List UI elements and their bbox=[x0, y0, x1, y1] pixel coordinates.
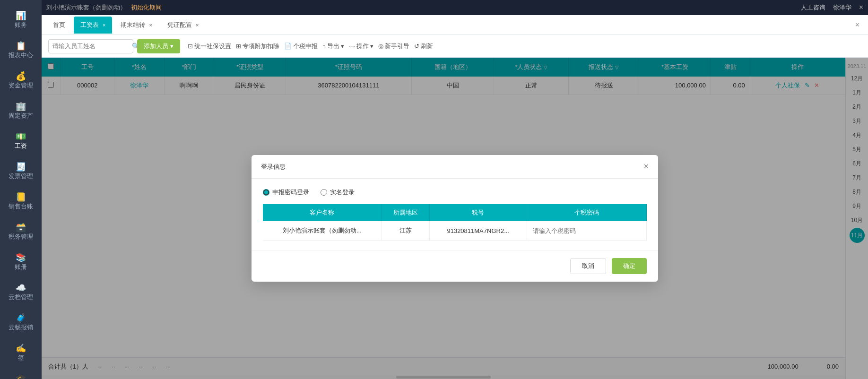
tax-report-btn[interactable]: 📄 个税申报 bbox=[284, 42, 318, 51]
tab-period-closing[interactable]: 期末结转 × bbox=[114, 17, 158, 34]
status-badge: 初始化期间 bbox=[131, 3, 162, 12]
toolbar: 🔍 添加人员 ▾ ⊡ 统一社保设置 ⊞ 专项附加扣除 📄 个税申报 ↑ 导出 ▾ bbox=[42, 35, 868, 58]
add-dropdown-icon: ▾ bbox=[170, 43, 174, 50]
topbar-left: 刘小艳演示账套（勿删勿动） 初始化期间 bbox=[46, 3, 162, 12]
topbar-right: 人工咨询 徐泽华 × bbox=[801, 3, 863, 12]
tabbar: 首页 工资表 × 期末结转 × 凭证配置 × × bbox=[42, 15, 868, 35]
modal-cancel-button[interactable]: 取消 bbox=[570, 258, 606, 274]
modal-body: 申报密码登录 实名登录 客户名称 所属地区 税 bbox=[252, 179, 658, 250]
sidebar-item-books[interactable]: 📚 账册 bbox=[0, 247, 42, 277]
modal-col-region: 所属地区 bbox=[382, 204, 429, 221]
export-icon: ↑ bbox=[322, 43, 326, 50]
tab-period-closing-close[interactable]: × bbox=[149, 22, 152, 28]
sidebar-item-report-center[interactable]: 📋 报表中心 bbox=[0, 35, 42, 65]
modal-header: 登录信息 × bbox=[252, 155, 658, 179]
modal-tax-pwd-cell bbox=[527, 221, 647, 240]
sidebar-item-invoice-mgmt[interactable]: 🧾 发票管理 bbox=[0, 156, 42, 186]
modal-title: 登录信息 bbox=[261, 163, 286, 171]
tax-pwd-input[interactable] bbox=[533, 227, 641, 234]
sidebar-item-fund-mgmt[interactable]: 💰 资金管理 bbox=[0, 65, 42, 95]
radio-password-login[interactable]: 申报密码登录 bbox=[263, 188, 309, 197]
tab-salary[interactable]: 工资表 × bbox=[74, 17, 112, 34]
operations-icon: ⋯ bbox=[349, 43, 355, 50]
modal-confirm-button[interactable]: 确定 bbox=[612, 258, 647, 274]
company-title: 刘小艳演示账套（勿删勿动） bbox=[46, 3, 126, 12]
sidebar-item-newbie[interactable]: 🎓 新手引导 bbox=[0, 368, 42, 379]
radio-realname-input[interactable] bbox=[321, 189, 327, 196]
modal-col-tax-no: 税号 bbox=[429, 204, 527, 221]
sidebar-item-expense[interactable]: 🧳 云畅报销 bbox=[0, 307, 42, 337]
tax-report-icon: 📄 bbox=[284, 43, 292, 50]
radio-realname-login[interactable]: 实名登录 bbox=[321, 188, 355, 197]
export-arrow-icon: ▾ bbox=[341, 43, 344, 50]
sidebar-item-tax-mgmt[interactable]: 🗃️ 税务管理 bbox=[0, 216, 42, 247]
sidebar-item-salary[interactable]: 💵 工资 bbox=[0, 126, 42, 156]
export-btn[interactable]: ↑ 导出 ▾ bbox=[322, 42, 344, 51]
modal-footer: 取消 确定 bbox=[252, 250, 658, 282]
refresh-icon: ↺ bbox=[414, 43, 419, 50]
modal-close-btn[interactable]: × bbox=[643, 162, 649, 172]
main-area: 刘小艳演示账套（勿删勿动） 初始化期间 人工咨询 徐泽华 × 首页 工资表 × … bbox=[42, 0, 868, 379]
topbar: 刘小艳演示账套（勿删勿动） 初始化期间 人工咨询 徐泽华 × bbox=[42, 0, 868, 15]
special-deduction-btn[interactable]: ⊞ 专项附加扣除 bbox=[236, 42, 279, 51]
close-topbar-icon[interactable]: × bbox=[859, 3, 863, 12]
social-insurance-icon: ⊡ bbox=[188, 43, 193, 50]
tab-salary-close[interactable]: × bbox=[103, 22, 105, 28]
close-main-icon[interactable]: × bbox=[851, 21, 863, 29]
special-deduction-icon: ⊞ bbox=[236, 43, 241, 50]
operations-btn[interactable]: ⋯ 操作 ▾ bbox=[349, 42, 373, 51]
modal-table-row: 刘小艳演示账套（勿删勿动... 江苏 91320811MA7NGR2... bbox=[263, 221, 647, 240]
modal-region-cell: 江苏 bbox=[382, 221, 429, 240]
login-info-modal: 登录信息 × 申报密码登录 实名登录 bbox=[252, 155, 658, 282]
login-type-radio-group: 申报密码登录 实名登录 bbox=[263, 188, 647, 197]
modal-client-table: 客户名称 所属地区 税号 个税密码 刘小艳演示账套（勿删勿动... 江苏 913… bbox=[263, 204, 647, 241]
modal-tax-no-cell: 91320811MA7NGR2... bbox=[429, 221, 527, 240]
social-insurance-btn[interactable]: ⊡ 统一社保设置 bbox=[188, 42, 231, 51]
tab-voucher-config[interactable]: 凭证配置 × bbox=[161, 17, 205, 34]
sidebar-item-fixed-assets[interactable]: 🏢 固定资产 bbox=[0, 95, 42, 126]
guide-btn[interactable]: ◎ 新手引导 bbox=[378, 42, 409, 51]
guide-icon: ◎ bbox=[378, 43, 383, 50]
modal-col-client-name: 客户名称 bbox=[263, 204, 382, 221]
refresh-btn[interactable]: ↺ 刷新 bbox=[414, 42, 433, 51]
sidebar-item-sales-ledger[interactable]: 📒 销售台账 bbox=[0, 186, 42, 216]
tab-voucher-config-close[interactable]: × bbox=[196, 22, 199, 28]
modal-client-name-cell: 刘小艳演示账套（勿删勿动... bbox=[263, 221, 382, 240]
operations-arrow-icon: ▾ bbox=[370, 43, 373, 50]
sidebar-item-accounting[interactable]: 📊 账务 bbox=[0, 5, 42, 35]
search-input[interactable] bbox=[52, 43, 132, 50]
radio-password-input[interactable] bbox=[263, 189, 269, 196]
sidebar-item-cloud-files[interactable]: ☁️ 云档管理 bbox=[0, 277, 42, 307]
sidebar: 📊 账务 📋 报表中心 💰 资金管理 🏢 固定资产 💵 工资 🧾 发票管理 📒 … bbox=[0, 0, 42, 379]
add-person-button[interactable]: 添加人员 ▾ bbox=[137, 39, 180, 53]
tab-home[interactable]: 首页 bbox=[46, 17, 72, 34]
modal-overlay: 登录信息 × 申报密码登录 实名登录 bbox=[42, 58, 868, 379]
user-name: 徐泽华 bbox=[833, 3, 851, 12]
search-wrap: 🔍 bbox=[48, 39, 133, 53]
toolbar-actions: ⊡ 统一社保设置 ⊞ 专项附加扣除 📄 个税申报 ↑ 导出 ▾ ⋯ 操作 ▾ bbox=[188, 42, 433, 51]
ai-consult-btn[interactable]: 人工咨询 bbox=[801, 3, 825, 12]
sidebar-item-sign[interactable]: ✍️ 签 bbox=[0, 337, 42, 368]
modal-col-tax-pwd: 个税密码 bbox=[527, 204, 647, 221]
